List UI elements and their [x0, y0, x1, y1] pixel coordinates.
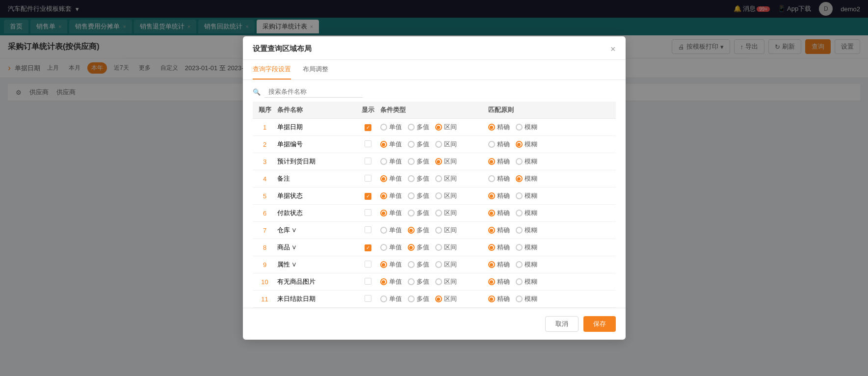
radio-rule-fuzzy[interactable]: 模糊 [516, 226, 537, 235]
row-name: 备注 [277, 174, 356, 183]
radio-rule-fuzzy[interactable]: 模糊 [516, 140, 537, 149]
row-condition-type: 单值多值区间 [380, 123, 488, 132]
dialog-header: 设置查询区域布局 × [243, 36, 626, 60]
row-condition-type: 单值多值区间 [380, 174, 488, 183]
radio-rule-exact[interactable]: 精确 [488, 191, 510, 200]
radio-type-range[interactable]: 区间 [435, 226, 457, 235]
row-order: 9 [253, 261, 277, 269]
dialog-table-body: 1单据日期单值多值区间精确模糊2单据编号单值多值区间精确模糊3预计到货日期单值多… [243, 119, 626, 274]
radio-type-single[interactable]: 单值 [380, 260, 402, 269]
radio-type-multi[interactable]: 多值 [408, 226, 429, 235]
row-display-checkbox[interactable] [356, 209, 380, 217]
dialog-tabs: 查询字段设置 布局调整 [243, 60, 626, 80]
row-display-checkbox[interactable] [356, 243, 380, 251]
radio-type-single[interactable]: 单值 [380, 191, 402, 200]
radio-type-range[interactable]: 区间 [435, 191, 457, 200]
row-match-rule: 精确模糊 [488, 209, 586, 217]
dialog-close-button[interactable]: × [610, 45, 616, 54]
row-match-rule: 精确模糊 [488, 123, 586, 132]
table-row: 1单据日期单值多值区间精确模糊 [253, 119, 616, 136]
radio-rule-exact[interactable]: 精确 [488, 226, 510, 235]
row-display-checkbox[interactable] [356, 226, 380, 235]
table-row: 2单据编号单值多值区间精确模糊 [253, 136, 616, 153]
row-display-checkbox[interactable] [356, 192, 380, 200]
radio-type-range[interactable]: 区间 [435, 157, 457, 166]
tab-query-fields[interactable]: 查询字段设置 [253, 60, 291, 80]
row-condition-type: 单值多值区间 [380, 260, 488, 269]
settings-dialog: 设置查询区域布局 × 查询字段设置 布局调整 🔍 顺序 条件名称 显示 条件类型 [243, 36, 626, 274]
radio-rule-fuzzy[interactable]: 模糊 [516, 191, 537, 200]
radio-type-single[interactable]: 单值 [380, 243, 402, 252]
radio-type-multi[interactable]: 多值 [408, 174, 429, 183]
radio-type-multi[interactable]: 多值 [408, 209, 429, 217]
row-display-checkbox[interactable] [356, 175, 380, 183]
dialog-title: 设置查询区域布局 [253, 44, 312, 54]
radio-type-multi[interactable]: 多值 [408, 157, 429, 166]
radio-type-range[interactable]: 区间 [435, 123, 457, 132]
row-display-checkbox[interactable] [356, 261, 380, 269]
row-match-rule: 精确模糊 [488, 157, 586, 166]
radio-rule-exact[interactable]: 精确 [488, 174, 510, 183]
row-condition-type: 单值多值区间 [380, 140, 488, 149]
row-match-rule: 精确模糊 [488, 140, 586, 149]
radio-type-range[interactable]: 区间 [435, 243, 457, 252]
row-order: 5 [253, 192, 277, 200]
radio-rule-fuzzy[interactable]: 模糊 [516, 157, 537, 166]
row-display-checkbox[interactable] [356, 140, 380, 149]
row-order: 2 [253, 141, 277, 148]
radio-type-single[interactable]: 单值 [380, 123, 402, 132]
radio-type-range[interactable]: 区间 [435, 260, 457, 269]
radio-rule-exact[interactable]: 精确 [488, 123, 510, 132]
radio-type-single[interactable]: 单值 [380, 140, 402, 149]
radio-type-multi[interactable]: 多值 [408, 243, 429, 252]
radio-type-multi[interactable]: 多值 [408, 123, 429, 132]
tab-layout-adjust[interactable]: 布局调整 [303, 60, 328, 80]
radio-type-range[interactable]: 区间 [435, 209, 457, 217]
radio-rule-exact[interactable]: 精确 [488, 140, 510, 149]
col-header-order: 顺序 [253, 106, 277, 114]
search-icon: 🔍 [253, 88, 261, 96]
radio-type-single[interactable]: 单值 [380, 174, 402, 183]
radio-rule-fuzzy[interactable]: 模糊 [516, 260, 537, 269]
row-condition-type: 单值多值区间 [380, 226, 488, 235]
row-display-checkbox[interactable] [356, 158, 380, 166]
modal-overlay: 设置查询区域布局 × 查询字段设置 布局调整 🔍 顺序 条件名称 显示 条件类型 [0, 0, 868, 274]
radio-rule-fuzzy[interactable]: 模糊 [516, 123, 537, 132]
row-name: 商品 ∨ [277, 243, 356, 252]
radio-rule-exact[interactable]: 精确 [488, 243, 510, 252]
radio-type-multi[interactable]: 多值 [408, 140, 429, 149]
radio-type-multi[interactable]: 多值 [408, 260, 429, 269]
radio-type-multi[interactable]: 多值 [408, 191, 429, 200]
table-row: 3预计到货日期单值多值区间精确模糊 [253, 153, 616, 170]
radio-type-single[interactable]: 单值 [380, 157, 402, 166]
radio-rule-fuzzy[interactable]: 模糊 [516, 209, 537, 217]
row-match-rule: 精确模糊 [488, 226, 586, 235]
radio-rule-fuzzy[interactable]: 模糊 [516, 174, 537, 183]
radio-type-range[interactable]: 区间 [435, 174, 457, 183]
row-name: 预计到货日期 [277, 157, 356, 166]
search-bar: 🔍 [243, 80, 626, 102]
row-display-checkbox[interactable] [356, 123, 380, 131]
radio-type-single[interactable]: 单值 [380, 226, 402, 235]
col-header-name: 条件名称 [277, 106, 356, 114]
table-row: 9属性 ∨单值多值区间精确模糊 [253, 256, 616, 273]
search-input[interactable] [264, 86, 363, 98]
row-order: 1 [253, 124, 277, 131]
row-name: 付款状态 [277, 209, 356, 217]
col-header-rule: 匹配原则 [488, 106, 586, 114]
radio-rule-fuzzy[interactable]: 模糊 [516, 243, 537, 252]
radio-rule-exact[interactable]: 精确 [488, 157, 510, 166]
row-match-rule: 精确模糊 [488, 243, 586, 252]
col-header-display: 显示 [356, 106, 380, 114]
row-condition-type: 单值多值区间 [380, 191, 488, 200]
row-condition-type: 单值多值区间 [380, 243, 488, 252]
radio-type-single[interactable]: 单值 [380, 209, 402, 217]
dialog-table-header: 顺序 条件名称 显示 条件类型 匹配原则 [253, 102, 616, 119]
col-header-type: 条件类型 [380, 106, 488, 114]
table-row: 6付款状态单值多值区间精确模糊 [253, 205, 616, 222]
radio-type-range[interactable]: 区间 [435, 140, 457, 149]
dialog-table-header-wrapper: 顺序 条件名称 显示 条件类型 匹配原则 [243, 102, 626, 119]
table-row: 5单据状态单值多值区间精确模糊 [253, 188, 616, 205]
radio-rule-exact[interactable]: 精确 [488, 209, 510, 217]
radio-rule-exact[interactable]: 精确 [488, 260, 510, 269]
